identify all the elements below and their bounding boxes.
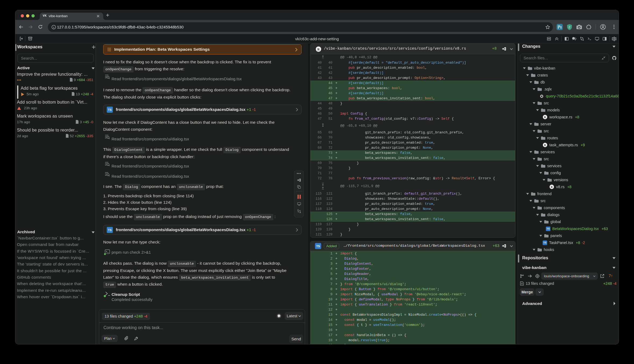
svg-text:R: R — [551, 185, 553, 188]
svg-text:£: £ — [569, 25, 570, 29]
svg-text:R: R — [317, 48, 320, 51]
svg-text:R: R — [544, 144, 546, 147]
svg-text:R: R — [544, 116, 546, 119]
